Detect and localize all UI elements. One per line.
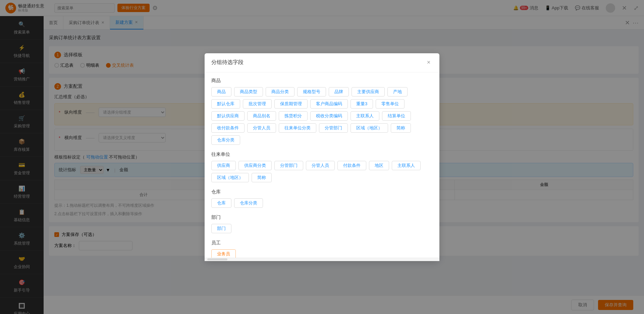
field-tag[interactable]: 保质期管理 xyxy=(274,99,308,109)
modal-overlay[interactable]: 分组待选字段 × 商品 商品 商品类型 商品分类 规格型号 品牌 主要供应商 产… xyxy=(0,0,644,314)
field-tag[interactable]: 简称 xyxy=(391,123,411,133)
field-tag[interactable]: 仓库分类 xyxy=(234,198,263,208)
field-tag[interactable]: 商品 xyxy=(211,87,231,97)
field-tag[interactable]: 商品分类 xyxy=(266,87,294,97)
field-tag[interactable]: 分管部门 xyxy=(274,161,303,170)
field-tag[interactable]: 结算单位 xyxy=(382,111,411,121)
partners-tags: 供应商 供应商分类 分管部门 分管人员 付款条件 地区 主联系人 区域（地区） … xyxy=(211,161,433,182)
scrollbar-thumb xyxy=(207,258,227,260)
field-tag[interactable]: 地区 xyxy=(369,161,389,170)
field-tag[interactable]: 主联系人 xyxy=(351,111,379,121)
field-tag[interactable]: 商品类型 xyxy=(234,87,263,97)
field-tag[interactable]: 零售单位 xyxy=(376,99,405,109)
section-warehouse: 仓库 仓库 仓库分类 xyxy=(211,189,433,208)
field-tag-employee[interactable]: 业务员 xyxy=(211,249,236,258)
field-tag[interactable]: 税收分类编码 xyxy=(310,111,348,121)
field-tag[interactable]: 区域（地区） xyxy=(351,123,388,133)
department-tags: 部门 xyxy=(211,224,433,233)
field-tag[interactable]: 付款条件 xyxy=(337,161,366,170)
field-tag[interactable]: 主联系人 xyxy=(392,161,421,170)
field-tag[interactable]: 分管人员 xyxy=(306,161,335,170)
employee-tags: 业务员 xyxy=(211,249,433,258)
field-tag[interactable]: 分管人员 xyxy=(247,123,276,133)
field-tag[interactable]: 简称 xyxy=(252,173,272,182)
field-tag[interactable]: 产地 xyxy=(387,87,408,97)
field-tag[interactable]: 商品别名 xyxy=(247,111,276,121)
modal-body: 商品 商品 商品类型 商品分类 规格型号 品牌 主要供应商 产地 默认仓库 批次… xyxy=(205,72,439,258)
field-tag[interactable]: 默认仓库 xyxy=(211,99,240,109)
field-tag[interactable]: 分管部门 xyxy=(319,123,348,133)
field-tag[interactable]: 默认供应商 xyxy=(211,111,245,121)
field-tag[interactable]: 部门 xyxy=(211,224,231,233)
goods-tags: 商品 商品类型 商品分类 规格型号 品牌 主要供应商 产地 默认仓库 批次管理 … xyxy=(211,87,433,145)
field-tag[interactable]: 仓库 xyxy=(211,198,231,208)
field-tag[interactable]: 客户商品编码 xyxy=(310,99,348,109)
field-tag[interactable]: 区域（地区） xyxy=(211,173,249,182)
field-tag[interactable]: 仓库分类 xyxy=(211,135,240,145)
field-tag[interactable]: 供应商分类 xyxy=(238,161,272,170)
field-tag[interactable]: 供应商 xyxy=(211,161,236,170)
section-partners: 往来单位 供应商 供应商分类 分管部门 分管人员 付款条件 地区 主联系人 区域… xyxy=(211,151,433,182)
field-tag[interactable]: 批次管理 xyxy=(243,99,272,109)
warehouse-tags: 仓库 仓库分类 xyxy=(211,198,433,208)
field-tag[interactable]: 收付款条件 xyxy=(211,123,245,133)
section-goods: 商品 商品 商品类型 商品分类 规格型号 品牌 主要供应商 产地 默认仓库 批次… xyxy=(211,78,433,145)
field-tag[interactable]: 拣货积分 xyxy=(279,111,308,121)
section-department: 部门 部门 xyxy=(211,214,433,233)
field-tag[interactable]: 主要供应商 xyxy=(352,87,385,97)
field-tag[interactable]: 重量3 xyxy=(351,99,373,109)
modal-title: 分组待选字段 xyxy=(211,59,244,66)
modal-dialog: 分组待选字段 × 商品 商品 商品类型 商品分类 规格型号 品牌 主要供应商 产… xyxy=(205,53,439,261)
modal-header: 分组待选字段 × xyxy=(205,53,439,72)
field-tag[interactable]: 往来单位分类 xyxy=(279,123,316,133)
section-employee: 员工 业务员 xyxy=(211,240,433,258)
field-tag[interactable]: 品牌 xyxy=(329,87,349,97)
field-tag[interactable]: 规格型号 xyxy=(297,87,326,97)
modal-scrollbar[interactable] xyxy=(205,258,439,261)
modal-close-button[interactable]: × xyxy=(425,59,433,67)
